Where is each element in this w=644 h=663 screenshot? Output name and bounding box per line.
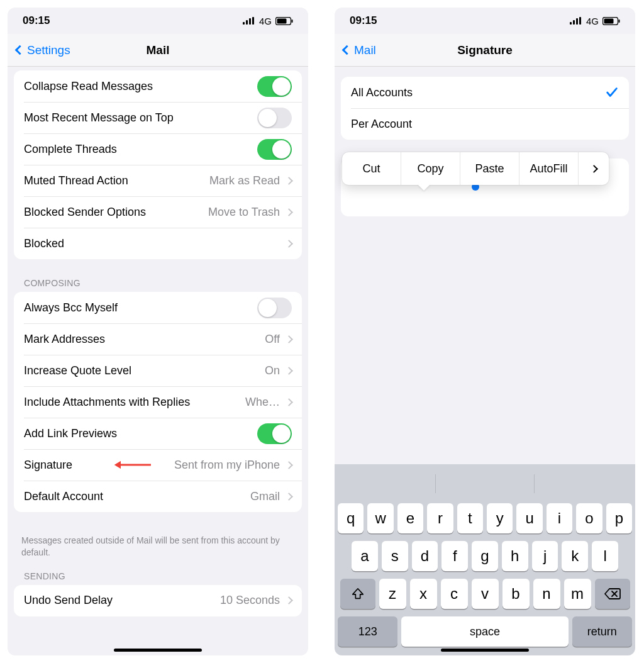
settings-row[interactable]: Default AccountGmail	[14, 481, 302, 512]
key-space[interactable]: space	[401, 616, 568, 647]
row-label: Blocked Sender Options	[24, 206, 208, 219]
key-shift[interactable]	[340, 579, 375, 609]
row-label: Complete Threads	[24, 143, 257, 156]
settings-row[interactable]: Complete Threads	[14, 133, 302, 165]
key-u[interactable]: u	[516, 503, 542, 533]
chevron-right-icon	[285, 398, 293, 406]
settings-row[interactable]: Blocked Sender OptionsMove to Trash	[14, 196, 302, 228]
per-account-row[interactable]: Per Account	[341, 108, 629, 140]
row-label: Most Recent Message on Top	[24, 111, 257, 125]
composing-header: COMPOSING	[8, 278, 308, 292]
settings-row[interactable]: Collapse Read Messages	[14, 70, 302, 102]
key-a[interactable]: a	[352, 541, 378, 571]
composing-group: Always Bcc MyselfMark AddressesOffIncrea…	[14, 292, 302, 512]
status-time: 09:15	[350, 14, 377, 27]
key-q[interactable]: q	[338, 503, 364, 533]
settings-row[interactable]: Blocked	[14, 228, 302, 259]
key-v[interactable]: v	[472, 579, 499, 609]
back-button[interactable]: Settings	[16, 43, 70, 57]
home-indicator[interactable]	[114, 649, 202, 652]
svg-rect-5	[277, 18, 287, 23]
svg-rect-10	[576, 18, 578, 25]
settings-row[interactable]: Increase Quote LevelOn	[14, 355, 302, 386]
composing-footer: Messages created outside of Mail will be…	[8, 531, 308, 571]
key-l[interactable]: l	[592, 541, 618, 571]
context-menu-more[interactable]	[579, 152, 609, 185]
key-f[interactable]: f	[441, 541, 468, 571]
key-b[interactable]: b	[502, 579, 530, 609]
toggle-switch[interactable]	[257, 108, 292, 128]
battery-icon	[275, 17, 293, 25]
status-bar: 09:15 4G	[335, 8, 635, 34]
key-h[interactable]: h	[502, 541, 528, 571]
toggle-switch[interactable]	[257, 139, 292, 160]
key-x[interactable]: x	[410, 579, 437, 609]
settings-row[interactable]: Undo Send Delay10 Seconds	[14, 585, 302, 616]
right-screenshot: 09:15 4G Mail Signature All Accounts	[335, 8, 635, 655]
settings-row[interactable]: SignatureSent from my iPhone	[14, 449, 302, 481]
network-label: 4G	[586, 16, 599, 26]
battery-icon	[602, 17, 620, 25]
toggle-switch[interactable]	[257, 423, 292, 444]
key-t[interactable]: t	[457, 503, 483, 533]
settings-row[interactable]: Most Recent Message on Top	[14, 102, 302, 133]
page-title: Signature	[335, 43, 635, 57]
row-value: Whe…	[245, 396, 280, 409]
settings-row[interactable]: Include Attachments with RepliesWhe…	[14, 386, 302, 418]
toggle-switch[interactable]	[257, 298, 292, 318]
key-s[interactable]: s	[382, 541, 408, 571]
key-z[interactable]: z	[379, 579, 406, 609]
key-j[interactable]: j	[532, 541, 558, 571]
home-indicator[interactable]	[441, 649, 529, 652]
settings-row[interactable]: Add Link Previews	[14, 418, 302, 449]
suggestion-bar[interactable]	[338, 471, 632, 497]
key-p[interactable]: p	[606, 503, 632, 533]
svg-rect-2	[249, 18, 251, 25]
sending-group: Undo Send Delay10 Seconds	[14, 585, 302, 616]
key-123[interactable]: 123	[338, 616, 397, 647]
key-n[interactable]: n	[533, 579, 560, 609]
row-value: Mark as Read	[209, 174, 280, 187]
settings-row[interactable]: Always Bcc Myself	[14, 292, 302, 323]
key-return[interactable]: return	[572, 616, 632, 647]
back-button[interactable]: Mail	[343, 43, 376, 57]
status-time: 09:15	[23, 14, 50, 27]
settings-row[interactable]: Muted Thread ActionMark as Read	[14, 165, 302, 196]
svg-rect-0	[243, 22, 245, 25]
key-e[interactable]: e	[397, 503, 423, 533]
key-o[interactable]: o	[576, 503, 602, 533]
svg-rect-11	[579, 17, 581, 25]
status-bar: 09:15 4G	[8, 8, 308, 34]
row-label: Default Account	[24, 490, 250, 503]
context-menu-item[interactable]: AutoFill	[519, 152, 579, 185]
row-value: Gmail	[250, 490, 280, 503]
row-value: Move to Trash	[208, 206, 280, 219]
svg-rect-7	[119, 464, 151, 466]
key-d[interactable]: d	[412, 541, 438, 571]
row-label: Undo Send Delay	[24, 594, 220, 607]
key-backspace[interactable]	[595, 579, 630, 609]
row-label: Include Attachments with Replies	[24, 396, 245, 409]
chevron-right-icon	[285, 461, 293, 469]
key-g[interactable]: g	[472, 541, 498, 571]
key-i[interactable]: i	[547, 503, 572, 533]
context-menu-item[interactable]: Paste	[460, 152, 519, 185]
row-label: Always Bcc Myself	[24, 301, 257, 315]
row-value: 10 Seconds	[220, 594, 280, 607]
context-menu: CutCopyPasteAutoFill	[342, 152, 609, 185]
context-menu-item[interactable]: Copy	[401, 152, 460, 185]
toggle-switch[interactable]	[257, 76, 292, 97]
key-m[interactable]: m	[564, 579, 591, 609]
key-c[interactable]: c	[441, 579, 468, 609]
key-w[interactable]: w	[367, 503, 393, 533]
keyboard[interactable]: qwertyuiop asdfghjkl zxcvbnm 123 space r…	[335, 464, 635, 655]
key-y[interactable]: y	[487, 503, 513, 533]
back-label: Settings	[27, 43, 70, 57]
key-k[interactable]: k	[562, 541, 588, 571]
all-accounts-row[interactable]: All Accounts	[341, 77, 629, 108]
context-menu-item[interactable]: Cut	[342, 152, 401, 185]
svg-rect-9	[573, 20, 575, 25]
key-r[interactable]: r	[427, 503, 453, 533]
svg-rect-1	[246, 20, 248, 25]
settings-row[interactable]: Mark AddressesOff	[14, 323, 302, 355]
